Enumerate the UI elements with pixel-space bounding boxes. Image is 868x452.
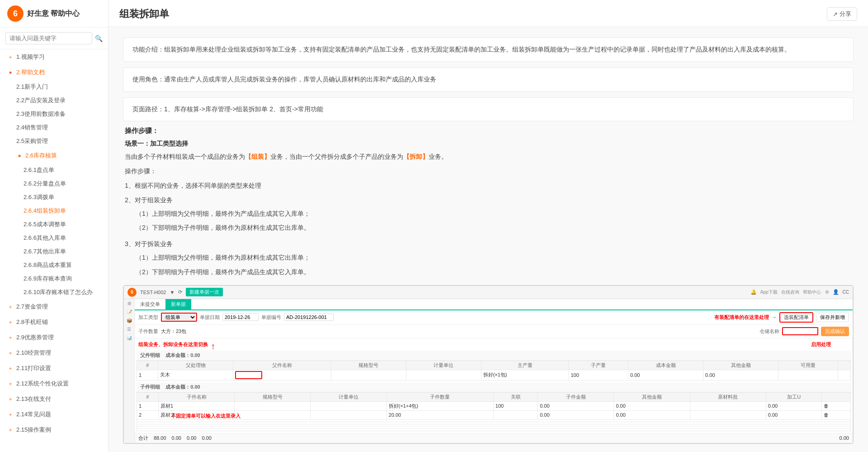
label-type: 加工类型 bbox=[138, 314, 158, 321]
sidebar-item-label: 2.11打印设置 bbox=[16, 364, 51, 372]
sidebar-item-onlinepay[interactable]: ＋ 2.13在线支付 bbox=[0, 391, 108, 407]
tab-new[interactable]: 新单据 bbox=[165, 299, 191, 309]
search-icon[interactable]: 🔍 bbox=[95, 35, 103, 42]
sidebar-subitem-costrecalc[interactable]: 2.6.8商品成本重算 bbox=[0, 258, 108, 272]
input-parent-name[interactable] bbox=[235, 371, 262, 379]
sidebar-subitem-prepare[interactable]: 2.3使用前数据准备 bbox=[0, 107, 108, 121]
label-num: 单据编号 bbox=[261, 314, 281, 321]
app-logo-small: 6 bbox=[127, 288, 137, 297]
steps-section: 操作步骤： 场景一：加工类型选择 当由多个子件材料组装成一个成品的业务为【组装】… bbox=[123, 127, 854, 277]
sidebar-item-docs[interactable]: ● 2.帮助文档 bbox=[0, 65, 108, 80]
select-type[interactable]: 组装单 拆卸单 bbox=[161, 313, 197, 322]
input-store[interactable] bbox=[782, 327, 818, 335]
minus-icon: ● bbox=[7, 69, 14, 76]
sidebar-item-inventory[interactable]: ● 2.6库存核算 bbox=[0, 148, 108, 163]
minus-icon2: ● bbox=[16, 152, 23, 159]
input-num[interactable] bbox=[284, 314, 334, 321]
sidebar-item-label: 2.8手机旺铺 bbox=[16, 318, 48, 326]
td-row-num: 1 bbox=[137, 370, 158, 380]
sidebar-item-label: 2.12系统个性化设置 bbox=[16, 380, 69, 388]
step3-1: （1）上部明细为父件明细，最终作为原材料生成其它出库单； bbox=[125, 252, 852, 263]
sidebar-subitem-stockcheck[interactable]: 2.6.9库存账本查询 bbox=[0, 272, 108, 285]
step3: 3、对于拆装业务 bbox=[125, 239, 852, 250]
th2-process: 加工U bbox=[766, 392, 822, 401]
screenshot-container: 6 TEST-H002 ▼ ⟳ 新建单据一次 🔔 App下载 在线咨询 帮助中心… bbox=[123, 285, 854, 444]
td2-unit-2 bbox=[311, 410, 387, 419]
path-intro-block: 页面路径：1、库存核算->库存管理->组装拆卸单 2、首页->常用功能 bbox=[123, 97, 854, 122]
btn-confirm[interactable]: 完成确认 bbox=[821, 327, 849, 336]
upper-table: # 父处理物 父件名称 规格型号 计量单位 主产量 子产量 成本金额 其他金额 bbox=[137, 361, 851, 381]
sidebar-subitem-accounterr[interactable]: 2.6.10库存账本错了怎么办 bbox=[0, 285, 108, 299]
sidebar-subitem-stocktake[interactable]: 2.6.1盘点单 bbox=[0, 163, 108, 177]
main-content: 组装拆卸单 ↗ 分享 功能介绍：组装拆卸单用来处理企业组装或拆卸等加工业务，支持… bbox=[108, 0, 868, 452]
sidebar-subitem-install[interactable]: 2.2产品安装及登录 bbox=[0, 94, 108, 107]
td2-batch bbox=[690, 401, 766, 410]
tab-unsubmitted[interactable]: 未提交单 bbox=[135, 299, 165, 309]
footer-total-1: 88.00 bbox=[154, 435, 166, 441]
sidebar-item-label: 2.帮助文档 bbox=[16, 68, 45, 76]
icon-box: 📦 bbox=[127, 318, 132, 323]
sidebar-item-cases[interactable]: ＋ 2.15操作案例 bbox=[0, 422, 108, 438]
footer-total-4: 0.00 bbox=[202, 435, 211, 441]
share-label: 分享 bbox=[840, 10, 851, 18]
icon-home: ⊞ bbox=[127, 301, 131, 306]
steps-label2: 操作步骤： bbox=[125, 166, 852, 177]
highlight-disassembly: 【拆卸】 bbox=[403, 153, 429, 160]
logo-text: 好生意 帮助中心 bbox=[27, 9, 80, 19]
sidebar-item-personalize[interactable]: ＋ 2.12系统个性化设置 bbox=[0, 376, 108, 391]
upper-table-section: 父件明细 成本金额：0.00 # 父处理物 父件名称 规格型号 计量单位 bbox=[135, 351, 853, 382]
sidebar-item-operation[interactable]: ＋ 2.10经营管理 bbox=[0, 345, 108, 361]
role-intro-text: 使用角色：通常由生产人员或库管人员完成拆装业务的操作，库管人员确认原材料的出库和… bbox=[132, 76, 436, 83]
sidebar-item-print[interactable]: ＋ 2.11打印设置 bbox=[0, 361, 108, 376]
app-main-flex: ⊞ 📝 📦 ☰ 📊 未提交单 新单据 bbox=[124, 299, 853, 443]
sidebar-item-mobile[interactable]: ＋ 2.8手机旺铺 bbox=[0, 314, 108, 330]
lower-table-row-1: 1 原材1 拆好(×1+4包) 100 0.00 0.00 bbox=[137, 401, 851, 410]
td2-process-2: 0.00 bbox=[766, 410, 822, 419]
th-unit: 计量单位 bbox=[406, 361, 481, 370]
td2-related-2 bbox=[493, 410, 538, 419]
sidebar-item-label: 2.10经营管理 bbox=[16, 349, 51, 357]
td-ops-btn bbox=[838, 370, 850, 380]
sidebar-subitem-sales[interactable]: 2.4销售管理 bbox=[0, 121, 108, 134]
app-window: 6 TEST-H002 ▼ ⟳ 新建单据一次 🔔 App下载 在线咨询 帮助中心… bbox=[123, 285, 853, 443]
tab-blank[interactable] bbox=[191, 299, 202, 309]
sidebar-subitem-assembly[interactable]: 2.6.4组装拆卸单 bbox=[0, 204, 108, 218]
step1: 1、根据不同的业务，选择不同单据的类型来处理 bbox=[125, 181, 852, 191]
td2-other: 0.00 bbox=[614, 401, 690, 410]
plus-icon10: ＋ bbox=[7, 427, 14, 433]
sidebar-subitem-otheroutstock[interactable]: 2.6.7其他出库单 bbox=[0, 245, 108, 258]
th-main-qty: 主产量 bbox=[481, 361, 569, 370]
sidebar-subitem-otherinstock[interactable]: 2.6.6其他入库单 bbox=[0, 231, 108, 245]
input-date[interactable] bbox=[222, 314, 259, 321]
search-input[interactable] bbox=[5, 32, 92, 44]
sidebar-subitem-adjust[interactable]: 2.6.3调拨单 bbox=[0, 190, 108, 204]
th2-batch: 原材料批 bbox=[690, 392, 766, 401]
td2-ops-2: 🗑 bbox=[822, 410, 851, 419]
sidebar-item-capital[interactable]: ＋ 2.7资金管理 bbox=[0, 299, 108, 314]
app-id: TEST-H002 bbox=[140, 290, 166, 295]
sidebar-subitem-purchase[interactable]: 2.5采购管理 bbox=[0, 134, 108, 148]
footer-totals: 合计 88.00 0.00 0.00 0.00 0.00 bbox=[135, 433, 853, 443]
sidebar-subitem-newcomer[interactable]: 2.1新手入门 bbox=[0, 80, 108, 94]
annotation-bom: 有装配清单的在这里处理 bbox=[714, 314, 769, 321]
footer-total-3: 0.00 bbox=[187, 435, 196, 441]
sidebar-subitem-partial[interactable]: 2.6.2分量盘点单 bbox=[0, 177, 108, 190]
label-date: 单据日期 bbox=[200, 314, 220, 321]
btn-select-bom[interactable]: 选装配清单 bbox=[779, 312, 813, 323]
share-button[interactable]: ↗ 分享 bbox=[827, 7, 857, 21]
sidebar-item-coupon[interactable]: ＋ 2.9优惠券管理 bbox=[0, 330, 108, 345]
sidebar-item-faq[interactable]: ＋ 2.14常见问题 bbox=[0, 407, 108, 422]
sidebar-item-video[interactable]: ＋ 1.视频学习 bbox=[0, 49, 108, 65]
sidebar-subitem-costadj[interactable]: 2.6.5成本调整单 bbox=[0, 218, 108, 231]
footer-right-val: 0.00 bbox=[840, 435, 849, 441]
td-cost: 0.00 bbox=[628, 370, 703, 380]
btn-save[interactable]: 保存并新增 bbox=[816, 313, 849, 322]
th2-child-name: 子件名称 bbox=[159, 392, 235, 401]
td-main-qty: 拆好(×1包) bbox=[481, 370, 569, 380]
lower-table-row-2: 2 原材 2 20.00 0.00 0.00 bbox=[137, 410, 851, 419]
th-cost: 成本金额 bbox=[628, 361, 703, 370]
icon-edit: 📝 bbox=[127, 309, 132, 314]
td2-related: 100 bbox=[493, 401, 538, 410]
td2-name: 原材1 bbox=[159, 401, 235, 410]
app-new-order-btn[interactable]: 新建单据一次 bbox=[186, 288, 223, 296]
